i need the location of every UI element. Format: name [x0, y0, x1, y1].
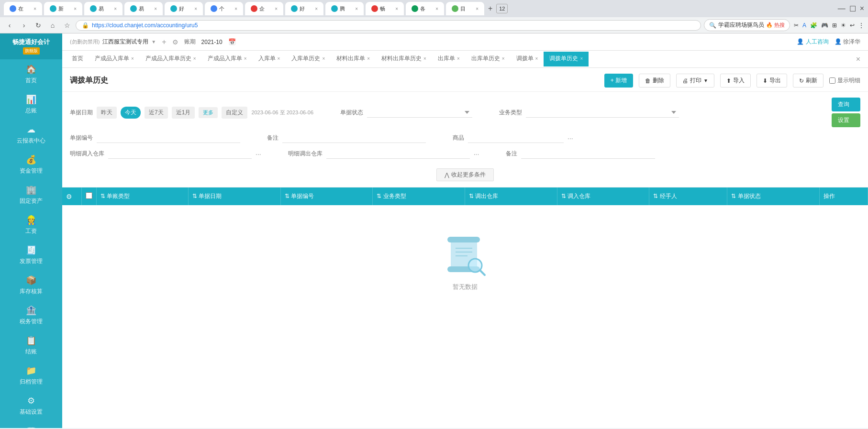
- table-settings-icon[interactable]: ⚙: [66, 193, 72, 200]
- browser-tab-5[interactable]: 好 ×: [165, 2, 203, 15]
- sidebar-item-inventory[interactable]: 📦 库存核算: [0, 270, 62, 300]
- sidebar-item-home[interactable]: 🏠 首页: [0, 59, 62, 89]
- export-button[interactable]: ⬇ 导出: [757, 74, 787, 88]
- docno-input[interactable]: [97, 133, 240, 143]
- page-tab-close-7[interactable]: ×: [423, 56, 426, 61]
- page-tab-4[interactable]: 入库单 ×: [253, 52, 286, 66]
- browser-tab-11[interactable]: 各 ×: [406, 2, 444, 15]
- browser-tab-8[interactable]: 好 ×: [285, 2, 323, 15]
- maximize-button[interactable]: ☐: [849, 4, 856, 13]
- page-tab-11-active[interactable]: 调拨单历史 ×: [544, 52, 589, 66]
- page-tab-9[interactable]: 出库单历史 ×: [466, 52, 511, 66]
- sidebar-item-fund[interactable]: 💰 资金管理: [0, 150, 62, 180]
- sidebar-item-cloud-report[interactable]: ☁ 云报表中心: [0, 120, 62, 150]
- print-dropdown-icon[interactable]: ▼: [703, 78, 708, 83]
- page-tab-5[interactable]: 入库单历史 ×: [286, 52, 331, 66]
- browser-tab-2[interactable]: 新 ×: [44, 2, 82, 15]
- display-detail-checkbox[interactable]: 显示明细: [829, 77, 860, 85]
- page-tab-home[interactable]: 首页: [66, 52, 89, 66]
- translate-icon[interactable]: A: [802, 22, 806, 29]
- th-date[interactable]: ⇅ 单据日期: [189, 187, 281, 205]
- date-btn-yesterday[interactable]: 昨天: [97, 107, 117, 119]
- extensions-icon[interactable]: 🧩: [810, 22, 817, 29]
- th-settings[interactable]: ⚙: [62, 187, 81, 205]
- query-button[interactable]: 查询: [832, 98, 860, 111]
- page-tab-close-8[interactable]: ×: [457, 56, 460, 61]
- page-tab-close-2[interactable]: ×: [193, 56, 196, 61]
- page-tab-8[interactable]: 出库单 ×: [432, 52, 466, 66]
- bookmark-button[interactable]: ☆: [61, 20, 73, 31]
- company-settings-icon[interactable]: ⚙: [172, 38, 178, 46]
- th-checkbox[interactable]: [81, 187, 96, 205]
- sidebar-item-salary[interactable]: 👷 工资: [0, 210, 62, 240]
- refresh-button[interactable]: ↻ 刷新: [793, 74, 823, 88]
- close-button[interactable]: ×: [860, 4, 864, 13]
- tab-close-8[interactable]: ×: [315, 6, 318, 11]
- th-no[interactable]: ⇅ 单据编号: [280, 187, 373, 205]
- home-button[interactable]: ⌂: [47, 20, 58, 31]
- transfer-out-input[interactable]: [326, 149, 470, 159]
- tab-close-11[interactable]: ×: [435, 6, 438, 11]
- page-tab-close-11[interactable]: ×: [580, 56, 583, 61]
- remark-input[interactable]: [282, 133, 426, 143]
- back-button[interactable]: ‹: [4, 20, 15, 31]
- date-btn-1month[interactable]: 近1月: [172, 107, 195, 119]
- page-tab-close-10[interactable]: ×: [535, 56, 538, 61]
- browser-tab-10[interactable]: 畅 ×: [366, 2, 404, 15]
- page-tab-2[interactable]: 产成品入库单历史 ×: [140, 52, 202, 66]
- th-handler[interactable]: ⇅ 经手人: [649, 187, 727, 205]
- th-status[interactable]: ⇅ 单据状态: [727, 187, 820, 205]
- sidebar-item-closing[interactable]: 📋 结账: [0, 330, 62, 361]
- tab-count-badge[interactable]: 12: [496, 4, 508, 13]
- transfer-in-input[interactable]: [108, 149, 252, 159]
- sidebar-item-tax[interactable]: 🏦 税务管理: [0, 300, 62, 330]
- page-tab-close-3[interactable]: ×: [244, 56, 247, 61]
- consult-link[interactable]: 👤 人工咨询: [797, 38, 828, 46]
- sidebar-item-settings[interactable]: ⚙ 基础设置: [0, 391, 62, 421]
- page-tab-3[interactable]: 产成品入库单 ×: [202, 52, 253, 66]
- user-avatar[interactable]: 👤 徐泽华: [835, 38, 860, 46]
- new-tab-button[interactable]: +: [488, 4, 492, 13]
- tab-close-10[interactable]: ×: [395, 6, 398, 11]
- tab-close-9[interactable]: ×: [355, 6, 358, 11]
- sidebar-item-guide[interactable]: 📖 新手引导: [0, 421, 62, 428]
- browser-tab-6[interactable]: 个 ×: [205, 2, 243, 15]
- th-biztype[interactable]: ⇅ 业务类型: [373, 187, 465, 205]
- company-selector[interactable]: (勿删勿禁用) 江西服宝测试专用 ▼: [70, 38, 156, 46]
- transfer-in-more-icon[interactable]: ···: [256, 150, 261, 158]
- tab-close-6[interactable]: ×: [234, 6, 237, 11]
- sidebar-item-ledger[interactable]: 📊 总账: [0, 89, 62, 120]
- tab-close-12[interactable]: ×: [476, 6, 479, 11]
- browser-tab-1[interactable]: 在 ×: [4, 2, 42, 15]
- minimize-button[interactable]: —: [838, 4, 846, 13]
- sidebar-item-invoice[interactable]: 🧾 发票管理: [0, 240, 62, 270]
- new-button[interactable]: + 新增: [604, 74, 633, 88]
- select-all-checkbox[interactable]: [86, 192, 92, 199]
- date-btn-7days[interactable]: 近7天: [145, 107, 168, 119]
- tab-close-4[interactable]: ×: [154, 6, 157, 11]
- date-btn-today[interactable]: 今天: [121, 107, 141, 119]
- grid-icon[interactable]: ⊞: [832, 22, 837, 29]
- date-btn-more[interactable]: 更多: [199, 107, 218, 118]
- browser-tab-9[interactable]: 腾 ×: [325, 2, 364, 15]
- status-select[interactable]: [367, 108, 472, 118]
- calendar-icon[interactable]: 📅: [228, 38, 236, 45]
- tab-close-5[interactable]: ×: [194, 6, 197, 11]
- browser-tab-7[interactable]: 企 ×: [245, 2, 283, 15]
- browser-tab-12[interactable]: 目 ×: [446, 2, 484, 15]
- tab-close-2[interactable]: ×: [74, 6, 77, 11]
- browser-tab-3[interactable]: 易 ×: [84, 2, 122, 15]
- settings-button[interactable]: 设置: [832, 113, 860, 127]
- delete-button[interactable]: 🗑 删除: [639, 74, 670, 88]
- page-tab-close-6[interactable]: ×: [367, 56, 370, 61]
- page-tab-close-5[interactable]: ×: [322, 56, 325, 61]
- page-tab-10[interactable]: 调拨单 ×: [511, 52, 544, 66]
- page-tab-close-4[interactable]: ×: [278, 56, 280, 61]
- display-detail-input[interactable]: [829, 77, 835, 84]
- period-value[interactable]: 2021-10: [201, 39, 223, 45]
- page-tab-7[interactable]: 材料出库单历史 ×: [376, 52, 432, 66]
- th-in-warehouse[interactable]: ⇅ 调入仓库: [557, 187, 649, 205]
- transfer-out-more-icon[interactable]: ···: [474, 150, 479, 158]
- brightness-icon[interactable]: ☀: [841, 22, 846, 29]
- th-out-warehouse[interactable]: ⇅ 调出仓库: [465, 187, 557, 205]
